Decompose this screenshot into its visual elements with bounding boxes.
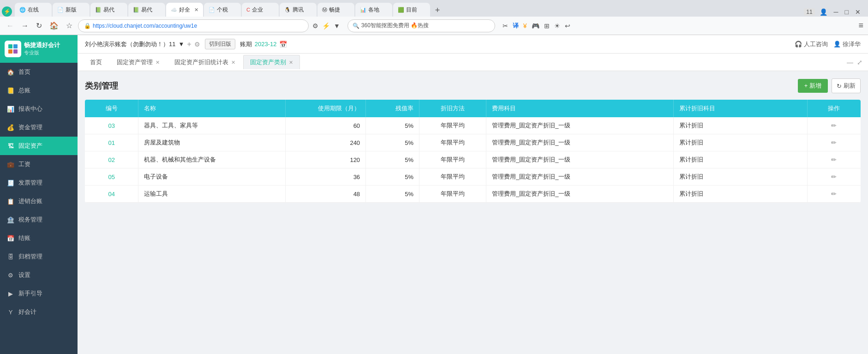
sidebar-item-finance[interactable]: 💰 资金管理 bbox=[0, 118, 78, 137]
tab-expand-icon[interactable]: ⤢ bbox=[857, 59, 862, 66]
row-code-4[interactable]: 04 bbox=[108, 191, 114, 198]
content-tab-depreciation-close[interactable]: ✕ bbox=[231, 60, 235, 66]
salary-icon: 💼 bbox=[6, 160, 15, 168]
row-expense-4: 管理费用_固定资产折旧_一级 bbox=[486, 186, 673, 203]
profile-icon[interactable]: 👤 bbox=[818, 7, 829, 17]
game-icon[interactable]: 🎮 bbox=[532, 22, 539, 30]
performance-icon[interactable]: ⚡ bbox=[322, 22, 330, 30]
row-code-2[interactable]: 02 bbox=[108, 156, 114, 163]
address-dropdown-icon[interactable]: ▼ bbox=[334, 22, 340, 30]
browser-menu-icon[interactable]: ≡ bbox=[858, 21, 863, 30]
content-tab-category-close[interactable]: ✕ bbox=[289, 60, 293, 66]
grid-icon[interactable]: ⊞ bbox=[544, 22, 550, 30]
content-tab-category[interactable]: 固定资产类别 ✕ bbox=[243, 55, 300, 69]
row-method-4: 年限平均 bbox=[419, 186, 486, 203]
browser-tab-gedi[interactable]: 📊 各地 bbox=[355, 3, 392, 17]
tab-minimize-icon[interactable]: — bbox=[847, 59, 853, 66]
consult-button[interactable]: 🎧 人工咨询 bbox=[795, 40, 828, 48]
row-edit-btn-1[interactable]: ✏ bbox=[831, 139, 837, 146]
new-tab-button[interactable]: + bbox=[431, 4, 444, 17]
sidebar-item-app[interactable]: Y 好会计 bbox=[0, 303, 78, 321]
sidebar-logo: 畅捷通好会计 专业版 bbox=[0, 35, 78, 63]
topbar: 刘小艳演示账套（勿删勿动！）11 ▼ + ⚙ 切到旧版 账期 2023-12 📅… bbox=[78, 35, 868, 54]
sidebar-item-tax[interactable]: 🏦 税务管理 bbox=[0, 210, 78, 229]
forward-button[interactable]: → bbox=[19, 21, 30, 31]
sidebar-item-asset[interactable]: 🏗 固定资产 bbox=[0, 137, 78, 155]
browser-tab-xinban[interactable]: 📄 新版 bbox=[53, 3, 90, 17]
bookmark-button[interactable]: ☆ bbox=[64, 20, 74, 31]
sidebar-item-report[interactable]: 📊 报表中心 bbox=[0, 100, 78, 118]
tab-actions: 11 👤 ─ □ ✕ bbox=[804, 7, 866, 17]
user-name-button[interactable]: 👤 徐泽华 bbox=[833, 40, 861, 48]
scissors-icon[interactable]: ✂ bbox=[503, 22, 508, 30]
browser-tab-close-haoquan[interactable]: ✕ bbox=[194, 7, 198, 13]
topbar-plus-icon[interactable]: + bbox=[187, 40, 191, 48]
calendar-icon[interactable]: 📅 bbox=[279, 41, 287, 48]
add-button[interactable]: + 新增 bbox=[798, 79, 828, 93]
home-button[interactable]: 🏠 bbox=[48, 20, 60, 31]
row-edit-btn-0[interactable]: ✏ bbox=[831, 122, 837, 129]
sidebar-logo-sub: 专业版 bbox=[24, 49, 60, 56]
sidebar-item-home[interactable]: 🏠 首页 bbox=[0, 63, 78, 81]
row-code-3[interactable]: 05 bbox=[108, 174, 114, 180]
brightness-icon[interactable]: ☀ bbox=[554, 22, 560, 30]
site-settings-icon[interactable]: ⚙ bbox=[312, 22, 318, 30]
sidebar-item-invoice[interactable]: 🧾 发票管理 bbox=[0, 174, 78, 192]
data-table: 编号 名称 使用期限（月） 残值率 折旧方法 费用科目 累计折旧科目 操作 03… bbox=[85, 100, 861, 203]
guide-icon: ▶ bbox=[6, 289, 15, 298]
sidebar-item-settings[interactable]: ⚙ 设置 bbox=[0, 266, 78, 284]
row-accum-0: 累计折旧 bbox=[673, 117, 807, 134]
translate-icon[interactable]: 译 bbox=[513, 22, 519, 30]
sidebar-item-purchase[interactable]: 📋 进销台账 bbox=[0, 192, 78, 210]
sidebar-item-close-acc[interactable]: 📅 结账 bbox=[0, 229, 78, 247]
browser-tab-getax[interactable]: 📄 个税 bbox=[204, 3, 241, 17]
browser-tab-yidai1[interactable]: 📗 易代 bbox=[90, 3, 127, 17]
content-tab-home[interactable]: 首页 bbox=[83, 55, 109, 69]
row-code-0[interactable]: 03 bbox=[108, 122, 114, 129]
row-edit-btn-3[interactable]: ✏ bbox=[831, 173, 837, 180]
browser-tab-tengxun[interactable]: 🐧 腾讯 bbox=[280, 3, 317, 17]
sidebar-label-tax: 税务管理 bbox=[18, 216, 42, 224]
browser-tab-qiye[interactable]: C 企业 bbox=[242, 3, 279, 17]
address-input[interactable]: 🔒 https://cloud.chanjet.com/accounting/u… bbox=[78, 19, 309, 32]
sidebar-item-guide[interactable]: ▶ 新手引导 bbox=[0, 284, 78, 303]
row-rate-4: 5% bbox=[366, 186, 419, 203]
close-browser-icon[interactable]: ✕ bbox=[853, 7, 862, 17]
sidebar-item-archive[interactable]: 🗄 归档管理 bbox=[0, 247, 78, 266]
topbar-period: 账期 2023-12 📅 bbox=[240, 40, 287, 48]
topbar-dropdown-icon[interactable]: ▼ bbox=[178, 41, 184, 48]
browser-tab-zaixin[interactable]: 🌐 在线 bbox=[15, 3, 52, 17]
content-tab-asset-mgmt[interactable]: 固定资产管理 ✕ bbox=[110, 55, 167, 69]
row-code-1[interactable]: 01 bbox=[108, 139, 114, 146]
content-tab-depreciation[interactable]: 固定资产折旧统计表 ✕ bbox=[168, 55, 242, 69]
row-edit-btn-2[interactable]: ✏ bbox=[831, 156, 837, 163]
settings-icon: ⚙ bbox=[6, 271, 15, 279]
sidebar-logo-icon bbox=[5, 41, 21, 57]
home-icon: 🏠 bbox=[6, 68, 15, 76]
back-button[interactable]: ← bbox=[5, 21, 16, 31]
tax-icon: 🏦 bbox=[6, 216, 15, 224]
asset-icon: 🏗 bbox=[6, 142, 15, 150]
sidebar-item-salary[interactable]: 💼 工资 bbox=[0, 155, 78, 174]
maximize-icon[interactable]: □ bbox=[843, 7, 850, 17]
row-edit-btn-4[interactable]: ✏ bbox=[831, 190, 837, 198]
table-row: 05 电子设备 36 5% 年限平均 管理费用_固定资产折旧_一级 累计折旧 ✏ bbox=[85, 168, 861, 186]
col-header-period: 使用期限（月） bbox=[286, 100, 366, 117]
search-bar[interactable]: 🔍 360智能抠图免费用 🔥热搜 bbox=[347, 19, 495, 32]
row-expense-2: 管理费用_固定资产折旧_一级 bbox=[486, 151, 673, 168]
browser-tab-changjie[interactable]: Ⓜ 畅捷 bbox=[317, 3, 354, 17]
browser-tab-yidai2[interactable]: 📗 易代 bbox=[128, 3, 165, 17]
content-tab-asset-mgmt-close[interactable]: ✕ bbox=[156, 60, 160, 66]
refresh-button[interactable]: ↻ 刷新 bbox=[832, 78, 861, 93]
coupon-icon[interactable]: ¥ bbox=[523, 22, 527, 30]
browser-tab-haoquan[interactable]: ☁️ 好全 ✕ bbox=[166, 3, 203, 17]
undo-icon[interactable]: ↩ bbox=[565, 22, 570, 30]
topbar-settings-icon[interactable]: ⚙ bbox=[194, 41, 200, 48]
minimize-icon[interactable]: ─ bbox=[832, 7, 840, 17]
row-name-1: 房屋及建筑物 bbox=[138, 134, 286, 151]
topbar-switch-button[interactable]: 切到旧版 bbox=[205, 39, 235, 49]
sidebar-item-ledger[interactable]: 📒 总账 bbox=[0, 81, 78, 100]
app-icon: Y bbox=[6, 308, 15, 316]
reload-button[interactable]: ↻ bbox=[34, 20, 44, 31]
browser-tab-muqian[interactable]: 🟩 目前 bbox=[393, 3, 430, 17]
